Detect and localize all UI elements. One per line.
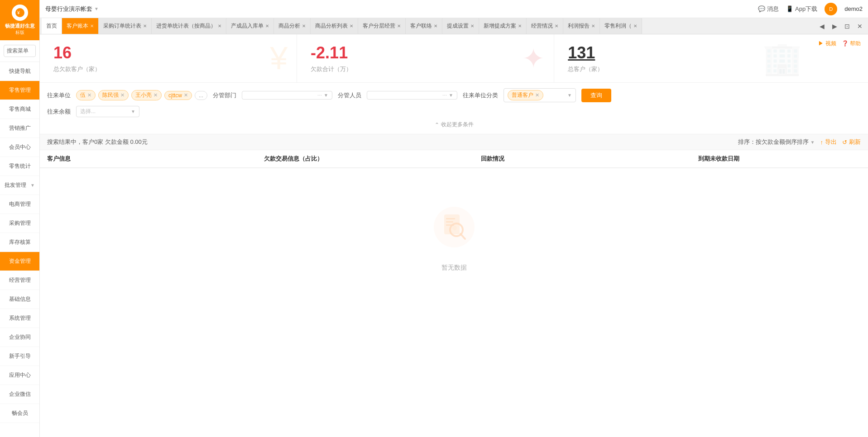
sidebar-item-operation[interactable]: 经营管理	[0, 271, 39, 290]
sidebar-item-enterprise-coop[interactable]: 企业协同	[0, 328, 39, 347]
tab-purchase-order-stat-close-icon[interactable]: ✕	[143, 24, 147, 28]
collapse-up-icon: ⌃	[435, 122, 439, 128]
unit-tag-wu[interactable]: 伍 ✕	[76, 90, 96, 100]
tab-goods-analysis-list-close-icon[interactable]: ✕	[350, 24, 353, 28]
tab-inbound-stat-close-icon[interactable]: ✕	[218, 24, 221, 28]
sidebar-item-enterprise-wechat[interactable]: 企业微信	[0, 385, 39, 404]
query-button[interactable]: 查询	[581, 89, 611, 102]
tab-retail-profit[interactable]: 零售利润（ ✕	[600, 18, 642, 34]
tab-add-raise-plan[interactable]: 新增提成方案 ✕	[479, 18, 527, 34]
tab-maximize-button[interactable]: ⊡	[841, 20, 854, 33]
mobile-icon: 📱	[786, 5, 793, 12]
tabbar: 首页 客户账本 ✕ 采购订单统计表 ✕ 进货单统计表（按商品） ✕ 产成品入库单…	[40, 18, 868, 34]
message-button[interactable]: 💬 消息	[758, 5, 779, 13]
tab-customer-account[interactable]: 客户账本 ✕	[62, 18, 99, 34]
tab-inbound-stat[interactable]: 进货单统计表（按商品） ✕	[152, 18, 226, 34]
refresh-button[interactable]: ↺ 刷新	[842, 138, 861, 146]
unit-tags-more-button[interactable]: ...	[195, 91, 207, 100]
sidebar-item-purchase[interactable]: 采购管理	[0, 214, 39, 233]
tab-home-label: 首页	[46, 22, 57, 30]
tab-goods-analysis[interactable]: 商品分析 ✕	[274, 18, 311, 34]
sidebar-item-batch-mgmt-label: 批发管理	[5, 181, 26, 189]
tab-goods-analysis-label: 商品分析	[278, 22, 300, 30]
classify-tag-normal-close-icon[interactable]: ✕	[535, 92, 539, 98]
sidebar-item-member-center[interactable]: 会员中心	[0, 138, 39, 157]
sidebar-item-marketing[interactable]: 营销推广	[0, 119, 39, 138]
tab-retail-profit-close-icon[interactable]: ✕	[633, 24, 637, 28]
video-link[interactable]: ▶ 视频	[818, 40, 836, 48]
svg-rect-5	[446, 221, 453, 223]
empty-text: 暂无数据	[441, 264, 467, 272]
tab-scroll-left-button[interactable]: ◀	[815, 20, 828, 33]
classify-select-dropdown-icon: ▼	[567, 93, 572, 98]
unit-tag-wang[interactable]: 王小亮 ✕	[131, 90, 162, 100]
classify-select[interactable]: 普通客户 ✕ ▼	[504, 88, 576, 102]
stat-bg-building-icon: 🏢	[762, 40, 802, 77]
sidebar-item-batch-mgmt[interactable]: 批发管理 ▼	[0, 176, 39, 195]
tab-add-raise-plan-close-icon[interactable]: ✕	[518, 24, 522, 28]
dept-select-dropdown-icon: ▼	[324, 93, 328, 98]
tab-biz-situation-close-icon[interactable]: ✕	[555, 24, 558, 28]
sort-icon: ▼	[810, 140, 815, 145]
tab-scroll-right-button[interactable]: ▶	[828, 20, 841, 33]
balance-select[interactable]: 选择... ▼	[76, 106, 139, 117]
sidebar-item-retail-mall[interactable]: 零售商城	[0, 100, 39, 119]
tab-cost-inbound-close-icon[interactable]: ✕	[265, 24, 269, 28]
unit-tag-wu-close-icon[interactable]: ✕	[87, 92, 91, 98]
tab-customer-tier-close-icon[interactable]: ✕	[397, 24, 401, 28]
sidebar-item-basic-info[interactable]: 基础信息	[0, 290, 39, 309]
tab-profit-report-close-icon[interactable]: ✕	[591, 24, 595, 28]
person-select[interactable]: ⋯ ▼	[367, 91, 457, 100]
tab-customer-contact-close-icon[interactable]: ✕	[434, 24, 437, 28]
unit-tag-wang-close-icon[interactable]: ✕	[153, 92, 158, 98]
tab-customer-contact-label: 客户联络	[410, 22, 432, 30]
tab-raise-settings[interactable]: 提成设置 ✕	[442, 18, 479, 34]
unit-filter-tags: 伍 ✕ 陈民强 ✕ 王小亮 ✕ cjttcw ✕ ...	[76, 90, 207, 100]
tab-purchase-order-stat[interactable]: 采购订单统计表 ✕	[99, 18, 152, 34]
tab-biz-situation[interactable]: 经营情况 ✕	[527, 18, 563, 34]
svg-point-9	[452, 226, 457, 230]
classify-tag-normal[interactable]: 普通客户 ✕	[508, 90, 543, 100]
tab-raise-settings-close-icon[interactable]: ✕	[470, 24, 474, 28]
username-label: demo2	[844, 5, 863, 12]
sidebar-item-retail-mgmt[interactable]: 零售管理	[0, 81, 39, 100]
tab-close-all-button[interactable]: ✕	[854, 20, 866, 33]
sidebar-item-finance[interactable]: 资金管理	[0, 252, 39, 271]
sidebar-item-retail-stat[interactable]: 零售统计	[0, 157, 39, 176]
export-label: 导出	[825, 138, 837, 146]
tab-customer-account-close-icon[interactable]: ✕	[90, 24, 94, 28]
stat-overdue-total: ✦ -2.11 欠款合计（万）	[297, 34, 554, 82]
unit-tag-chen[interactable]: 陈民强 ✕	[98, 90, 129, 100]
app-download-button[interactable]: 📱 App下载	[786, 5, 817, 13]
sidebar-search-section: 搜索菜单	[0, 40, 39, 62]
sidebar-item-app-center[interactable]: 应用中心	[0, 366, 39, 385]
sidebar-item-new-guide[interactable]: 新手引导	[0, 347, 39, 366]
tab-cost-inbound[interactable]: 产成品入库单 ✕	[226, 18, 274, 34]
collapse-button[interactable]: ⌃ 收起更多条件	[435, 121, 474, 128]
sidebar-item-sys-mgmt[interactable]: 系统管理	[0, 309, 39, 328]
svg-text:¥: ¥	[17, 10, 20, 15]
help-link[interactable]: ❓ 帮助	[842, 40, 861, 48]
person-select-dropdown-icon: ▼	[449, 93, 453, 98]
tab-profit-report[interactable]: 利润报告 ✕	[563, 18, 600, 34]
sidebar-item-member-vip[interactable]: 畅会员	[0, 404, 39, 423]
tab-goods-analysis-close-icon[interactable]: ✕	[302, 24, 306, 28]
tab-cost-inbound-label: 产成品入库单	[231, 22, 264, 30]
user-avatar[interactable]: D	[825, 3, 837, 15]
unit-tag-cjttcw-close-icon[interactable]: ✕	[184, 92, 188, 98]
stat-total-customers: 🏢 131 总客户（家）	[554, 34, 811, 82]
suite-selector[interactable]: 母婴行业演示帐套 ▼	[45, 5, 99, 13]
dept-select[interactable]: ⋯ ▼	[242, 91, 332, 100]
sidebar-item-inventory[interactable]: 库存核算	[0, 233, 39, 252]
sort-button[interactable]: 排序：按欠款金额倒序排序 ▼	[738, 138, 815, 146]
unit-tag-cjttcw[interactable]: cjttcw ✕	[164, 91, 192, 100]
unit-tag-chen-close-icon[interactable]: ✕	[120, 92, 125, 98]
tab-goods-analysis-list[interactable]: 商品分析列表 ✕	[311, 18, 358, 34]
tab-customer-contact[interactable]: 客户联络 ✕	[406, 18, 442, 34]
tab-customer-tier[interactable]: 客户分层经营 ✕	[358, 18, 406, 34]
sidebar-item-quick-nav[interactable]: 快捷导航	[0, 62, 39, 81]
search-menu-button[interactable]: 搜索菜单	[4, 45, 36, 57]
tab-home[interactable]: 首页	[42, 18, 62, 34]
export-button[interactable]: ↑ 导出	[820, 138, 837, 146]
sidebar-item-ecommerce[interactable]: 电商管理	[0, 195, 39, 214]
